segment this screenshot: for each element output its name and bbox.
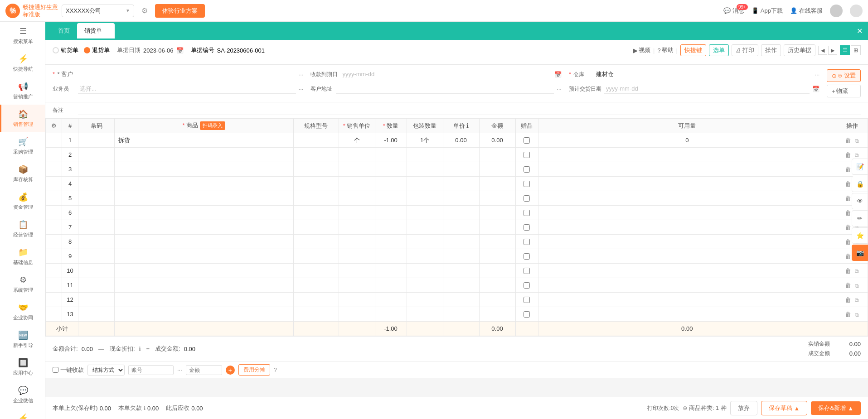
row-barcode[interactable]	[78, 249, 115, 264]
copy-row-button[interactable]: ⧉	[854, 137, 860, 145]
row-spec[interactable]	[293, 307, 339, 322]
sidebar-item-search[interactable]: ☰ 搜索菜单	[0, 22, 45, 49]
tab-sales-order[interactable]: 销货单 ×	[77, 23, 115, 39]
row-spec[interactable]	[293, 162, 339, 177]
delete-row-button[interactable]: 🗑	[844, 136, 852, 145]
sidebar-item-finance[interactable]: 💰 资金管理	[0, 188, 45, 215]
account-input[interactable]	[128, 365, 174, 375]
remark-input[interactable]	[78, 105, 861, 115]
row-qty[interactable]	[375, 278, 407, 293]
product-type[interactable]: ⊙ 商品种类: 1 种	[683, 404, 726, 412]
sidebar-item-member[interactable]: ⚡ 畅会员	[0, 409, 45, 419]
receive-date-input[interactable]	[340, 69, 551, 79]
float-edit-button[interactable]: ✏	[852, 210, 868, 226]
row-gift[interactable]	[515, 220, 538, 235]
trial-button[interactable]: 体验行业方案	[155, 4, 205, 18]
delete-row-button[interactable]: 🗑	[844, 150, 852, 159]
delete-row-button[interactable]: 🗑	[844, 295, 852, 304]
avatar-extra[interactable]	[850, 5, 863, 17]
row-qty[interactable]	[375, 249, 407, 264]
list-view-button[interactable]: ☰	[840, 45, 850, 55]
row-price[interactable]	[443, 177, 479, 191]
row-gift[interactable]	[515, 235, 538, 249]
grid-view-button[interactable]: ⊞	[851, 45, 861, 55]
payment-help-icon[interactable]: ?	[274, 366, 277, 373]
history-link[interactable]: 历史单据	[784, 44, 815, 56]
row-price[interactable]	[443, 293, 479, 307]
row-gift[interactable]	[515, 133, 538, 148]
expense-button[interactable]: 费用分摊	[238, 364, 270, 376]
sidebar-item-guide[interactable]: 🆕 新手引导	[0, 326, 45, 353]
settings-button[interactable]: ⊙ ⊙ 设置	[827, 69, 861, 82]
delete-row-button[interactable]: 🗑	[844, 194, 852, 203]
customer-address-input[interactable]	[336, 84, 554, 94]
row-spec[interactable]	[293, 148, 339, 162]
row-spec[interactable]	[293, 249, 339, 264]
online-service-item[interactable]: 👤 在线客服	[790, 7, 823, 15]
sidebar-item-enterprise[interactable]: 🤝 企业协同	[0, 298, 45, 326]
save-draft-button[interactable]: 保存草稿 ▲	[761, 401, 808, 415]
row-spec[interactable]	[293, 235, 339, 249]
row-qty[interactable]	[375, 293, 407, 307]
row-gift[interactable]	[515, 206, 538, 220]
operation-link[interactable]: 操作	[761, 44, 781, 56]
address-dots-icon[interactable]: ···	[557, 86, 562, 92]
copy-row-button[interactable]: ⧉	[854, 311, 860, 319]
row-barcode[interactable]	[78, 177, 115, 191]
row-spec[interactable]	[293, 177, 339, 191]
row-price[interactable]	[443, 249, 479, 264]
row-gift[interactable]	[515, 191, 538, 206]
sidebar-item-inventory[interactable]: 📦 库存核算	[0, 160, 45, 188]
delete-row-button[interactable]: 🗑	[844, 310, 852, 319]
float-lock-button[interactable]: 🔒	[852, 176, 868, 192]
pay-method-select[interactable]: 结算方式	[87, 365, 125, 376]
sidebar-item-wechat[interactable]: 💬 企业微信	[0, 381, 45, 409]
tab-close-button[interactable]: ×	[104, 27, 107, 34]
row-price[interactable]	[443, 235, 479, 249]
prev-button[interactable]: ◀	[818, 46, 827, 55]
row-gift[interactable]	[515, 278, 538, 293]
row-barcode[interactable]	[78, 264, 115, 278]
video-link[interactable]: ▶ 视频	[633, 46, 650, 54]
calendar-icon[interactable]: 📅	[554, 71, 562, 78]
row-gift[interactable]	[515, 177, 538, 191]
sidebar-item-sales[interactable]: 🏠 销售管理	[0, 105, 45, 132]
sidebar-item-basics[interactable]: 📁 基础信息	[0, 243, 45, 270]
row-barcode[interactable]	[78, 293, 115, 307]
delete-row-button[interactable]: 🗑	[844, 266, 852, 275]
tab-home[interactable]: 首页	[51, 23, 77, 39]
row-qty[interactable]	[375, 264, 407, 278]
next-button[interactable]: ▶	[828, 46, 837, 55]
delete-row-button[interactable]: 🗑	[844, 179, 852, 188]
row-spec[interactable]	[293, 133, 339, 148]
scan-button[interactable]: 扫码录入	[200, 121, 225, 130]
th-settings[interactable]: ⚙	[46, 119, 62, 133]
row-spec[interactable]	[293, 293, 339, 307]
row-price[interactable]	[443, 162, 479, 177]
row-barcode[interactable]	[78, 235, 115, 249]
row-price[interactable]	[443, 220, 479, 235]
copy-row-button[interactable]: ⧉	[854, 282, 860, 290]
row-qty[interactable]	[375, 148, 407, 162]
row-price[interactable]	[443, 278, 479, 293]
sidebar-item-marketing[interactable]: 📢 营销推广	[0, 77, 45, 105]
row-qty[interactable]: -1.00	[375, 133, 407, 148]
row-barcode[interactable]	[78, 191, 115, 206]
settings-icon[interactable]: ⚙	[138, 4, 151, 18]
abandon-button[interactable]: 放弃	[730, 401, 757, 415]
radio-return[interactable]: 退货单	[84, 46, 110, 54]
print-link[interactable]: 🖨 打印	[732, 44, 758, 56]
row-price[interactable]: 0.00	[443, 133, 479, 148]
avatar[interactable]	[830, 5, 843, 17]
delete-row-button[interactable]: 🗑	[844, 208, 852, 217]
row-qty[interactable]	[375, 177, 407, 191]
row-spec[interactable]	[293, 220, 339, 235]
row-qty[interactable]	[375, 162, 407, 177]
row-price[interactable]	[443, 191, 479, 206]
row-price[interactable]	[443, 307, 479, 322]
company-selector[interactable]: XXXXXX公司 ▼	[62, 5, 134, 17]
sidebar-item-operations[interactable]: 📋 经营管理	[0, 215, 45, 243]
template-link[interactable]: 选单	[709, 44, 729, 56]
radio-sales[interactable]: 销货单	[53, 46, 78, 54]
row-gift[interactable]	[515, 249, 538, 264]
